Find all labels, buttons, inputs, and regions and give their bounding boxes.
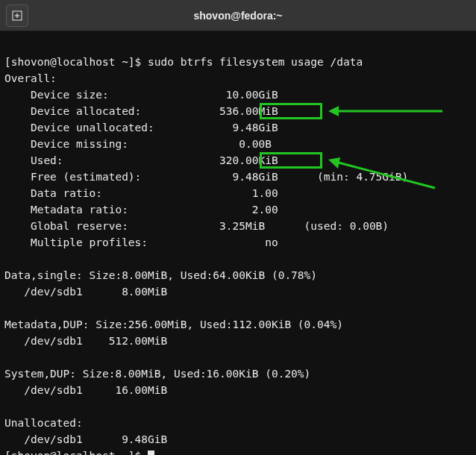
window-titlebar: shovon@fedora:~ bbox=[0, 0, 476, 31]
row-label: Multiple profiles: bbox=[4, 236, 148, 248]
shell-prompt: [shovon@localhost ~]$ bbox=[4, 450, 148, 455]
unallocated-header: Unallocated: bbox=[4, 417, 83, 429]
row-label: Used: bbox=[4, 154, 63, 166]
row-label: Data ratio: bbox=[4, 187, 102, 199]
row-value: 9.48GiB bbox=[141, 171, 278, 183]
metadata-dup-device: /dev/sdb1 512.00MiB bbox=[4, 335, 167, 347]
row-extra: (used: 0.00B) bbox=[265, 220, 389, 232]
plus-tab-icon bbox=[12, 10, 22, 21]
row-label: Device unallocated: bbox=[4, 122, 154, 134]
unallocated-device: /dev/sdb1 9.48GiB bbox=[4, 433, 167, 445]
row-extra: (min: 4.75GiB) bbox=[278, 171, 409, 183]
row-value: 2.00 bbox=[128, 204, 278, 216]
new-tab-button[interactable] bbox=[6, 4, 28, 27]
overall-header: Overall: bbox=[4, 72, 57, 84]
system-dup-header: System,DUP: Size:8.00MiB, Used:16.00KiB … bbox=[4, 368, 310, 380]
data-single-device: /dev/sdb1 8.00MiB bbox=[4, 286, 167, 298]
command-text: sudo btrfs filesystem usage /data bbox=[148, 56, 363, 68]
shell-prompt: [shovon@localhost ~]$ bbox=[4, 56, 148, 68]
row-label: Metadata ratio: bbox=[4, 204, 128, 216]
system-dup-device: /dev/sdb1 16.00MiB bbox=[4, 384, 167, 396]
row-label: Free (estimated): bbox=[4, 171, 141, 183]
row-label: Global reserve: bbox=[4, 220, 128, 232]
window-title: shovon@fedora:~ bbox=[28, 10, 448, 22]
row-value: 536.00MiB bbox=[141, 105, 278, 117]
row-value: 320.00KiB bbox=[63, 154, 278, 166]
row-value: 10.00GiB bbox=[109, 89, 278, 101]
svg-marker-4 bbox=[328, 106, 339, 116]
row-label: Device missing: bbox=[4, 138, 128, 150]
terminal-output[interactable]: [shovon@localhost ~]$ sudo btrfs filesys… bbox=[0, 31, 476, 455]
row-label: Device size: bbox=[4, 89, 109, 101]
cursor bbox=[148, 451, 154, 456]
row-value: no bbox=[148, 236, 278, 248]
row-value: 0.00B bbox=[128, 138, 272, 150]
metadata-dup-header: Metadata,DUP: Size:256.00MiB, Used:112.0… bbox=[4, 318, 343, 330]
row-label: Device allocated: bbox=[4, 105, 141, 117]
row-value: 1.00 bbox=[102, 187, 278, 199]
row-value: 3.25MiB bbox=[128, 220, 265, 232]
row-value: 9.48GiB bbox=[154, 122, 278, 134]
data-single-header: Data,single: Size:8.00MiB, Used:64.00KiB… bbox=[4, 269, 317, 281]
svg-marker-6 bbox=[328, 157, 340, 169]
arrow-to-unallocated bbox=[327, 100, 446, 122]
